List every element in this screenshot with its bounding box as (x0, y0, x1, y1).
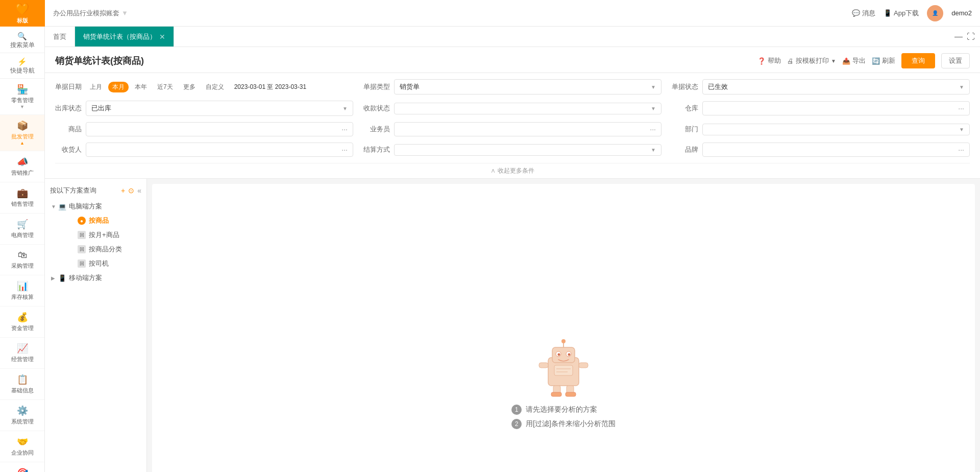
brand-label: 品牌 (672, 145, 702, 154)
warehouse-select[interactable]: ··· (702, 101, 970, 115)
tree-node-by-goods-category[interactable]: 回 按商品分类 (59, 242, 146, 256)
date-tag-this-year[interactable]: 本年 (131, 82, 151, 92)
doc-status-arrow-icon: ▼ (959, 84, 964, 90)
salesperson-dots-icon[interactable]: ··· (650, 125, 656, 133)
sidebar-quicknav-item[interactable]: ⚡ 快捷导航 (0, 53, 44, 79)
out-status-label: 出库状态 (55, 104, 86, 113)
out-status-select[interactable]: 已出库 ▼ (86, 101, 353, 116)
settings-btn[interactable]: 设置 (941, 53, 970, 68)
doc-type-label: 单据类型 (363, 82, 394, 91)
tree-node-mobile[interactable]: ▶ 📱 移动端方案 (45, 271, 146, 285)
settlement-label: 结算方式 (363, 145, 394, 154)
sidebar-item-marketing[interactable]: 📣 营销推广 (0, 151, 44, 182)
marketing-icon: 📣 (17, 156, 28, 168)
brand-select[interactable]: ··· (702, 143, 970, 157)
operations-icon: 📈 (17, 343, 28, 354)
svg-rect-13 (551, 392, 561, 396)
tree-node-by-goods[interactable]: ● 按商品 (59, 214, 146, 228)
sidebar-item-operations[interactable]: 📈 经营管理 (0, 338, 44, 369)
query-btn[interactable]: 查询 (901, 53, 935, 68)
receipt-status-label: 收款状态 (363, 104, 394, 113)
sidebar-item-finance[interactable]: 💰 资金管理 (0, 306, 44, 338)
date-tag-last-7days[interactable]: 近7天 (153, 82, 177, 92)
sidebar-logo[interactable]: 🧡 标版 (0, 0, 45, 27)
doc-type-arrow-icon: ▼ (651, 84, 656, 90)
add-scheme-icon[interactable]: + (121, 186, 125, 195)
mobile-scheme-label: 移动端方案 (69, 273, 102, 282)
tab-close-icon[interactable]: ✕ (159, 33, 165, 41)
ecommerce-icon: 🛒 (17, 219, 28, 230)
goods-label: 商品 (55, 125, 86, 134)
date-tag-custom[interactable]: 自定义 (202, 82, 228, 92)
header-right: 💬 消息 📱 App下载 👤 demo2 (852, 5, 972, 21)
goods-dots-icon[interactable]: ··· (341, 125, 348, 133)
mobile-scheme-icon: 📱 (58, 274, 66, 282)
page-title: 销货单统计表(按商品) (55, 55, 144, 67)
doc-status-label: 单据状态 (672, 82, 702, 91)
messages-btn[interactable]: 💬 消息 (852, 9, 875, 18)
user-avatar[interactable]: 👤 (927, 5, 943, 21)
salesperson-select[interactable]: ··· (394, 122, 662, 136)
sidebar-item-purchase[interactable]: 🛍 采购管理 (0, 245, 44, 275)
purchase-icon: 🛍 (18, 250, 27, 261)
out-status-value: 已出库 (91, 104, 340, 113)
receipt-status-select[interactable]: ▼ (394, 103, 662, 114)
date-range-value: 2023-03-01 至 2023-03-31 (234, 83, 306, 91)
help-btn[interactable]: ❓ 帮助 (757, 56, 781, 65)
tree-node-by-month-goods[interactable]: 回 按月+商品 (59, 228, 146, 242)
svg-point-3 (561, 339, 566, 343)
inventory-icon: 📊 (17, 280, 28, 292)
sidebar-item-wholesale[interactable]: 📦 批发管理 ▲ (0, 115, 44, 151)
tab-right-icons: — ⛶ (949, 27, 980, 46)
tree-node-pc[interactable]: ▼ 💻 电脑端方案 (45, 199, 146, 214)
tab-sales-stat[interactable]: 销货单统计表（按商品） ✕ (75, 27, 174, 46)
collapse-panel-icon[interactable]: « (137, 186, 141, 195)
brand-dots-icon[interactable]: ··· (958, 146, 964, 154)
template-print-btn[interactable]: 🖨 按模板打印 ▼ (787, 56, 836, 65)
department-arrow-icon: ▼ (959, 127, 964, 132)
date-tag-last-month[interactable]: 上月 (86, 82, 106, 92)
collapse-btn[interactable]: ∧ 收起更多条件 (55, 163, 970, 178)
export-btn[interactable]: 📤 导出 (842, 56, 866, 65)
app-download-btn[interactable]: 📱 App下载 (884, 9, 919, 18)
hint-2-text: 用[过滤]条件来缩小分析范围 (526, 419, 616, 429)
empty-illustration (533, 337, 594, 398)
sidebar-item-sys-mgmt[interactable]: ⚙️ 系统管理 (0, 400, 44, 431)
export-icon: 📤 (842, 57, 850, 65)
pc-scheme-icon: 💻 (58, 203, 66, 210)
receiver-dots-icon[interactable]: ··· (341, 146, 348, 154)
doc-status-select[interactable]: 已生效 ▼ (702, 79, 970, 95)
top-header: 办公用品行业模拟账套 ▼ 💬 消息 📱 App下载 👤 demo2 (45, 0, 980, 27)
settings-scheme-icon[interactable]: ⊙ (128, 186, 134, 195)
doc-type-select[interactable]: 销货单 ▼ (394, 79, 662, 95)
tab-maximize-icon[interactable]: ⛶ (967, 32, 975, 41)
date-filter-label: 单据日期 (55, 82, 86, 91)
sidebar-item-sales-mgmt[interactable]: 💼 销售管理 (0, 182, 44, 214)
tab-minimize-icon[interactable]: — (954, 32, 963, 41)
sidebar-search-item[interactable]: 🔍 搜索菜单 (0, 27, 44, 53)
tree-child-pc: ● 按商品 回 按月+商品 回 按商品分类 回 按司机 (45, 214, 146, 271)
goods-select[interactable]: ··· (86, 122, 353, 136)
refresh-btn[interactable]: 🔄 刷新 (872, 56, 895, 65)
sidebar-item-ecommerce[interactable]: 🛒 电商管理 (0, 214, 44, 245)
settlement-select[interactable]: ▼ (394, 144, 662, 156)
sidebar-item-enterprise[interactable]: 🤝 企业协同 (0, 431, 44, 462)
sys-icon: ⚙️ (17, 405, 28, 416)
breadcrumb: 办公用品行业模拟账套 ▼ (53, 9, 128, 18)
receiver-select[interactable]: ··· (86, 143, 353, 157)
sidebar-item-inventory[interactable]: 📊 库存核算 (0, 275, 44, 306)
download-icon: 📱 (884, 9, 892, 17)
by-goods-category-label: 按商品分类 (89, 245, 122, 254)
breadcrumb-arrow: ▼ (121, 9, 128, 17)
tab-sales-label: 销货单统计表（按商品） (83, 32, 156, 41)
warehouse-dots-icon[interactable]: ··· (958, 104, 964, 112)
tree-node-by-cashier[interactable]: 回 按司机 (59, 256, 146, 271)
sidebar-item-basic-info[interactable]: 📋 基础信息 (0, 369, 44, 400)
quicknav-label: 快捷导航 (0, 66, 44, 75)
department-select[interactable]: ▼ (702, 124, 970, 135)
date-tag-this-month[interactable]: 本月 (108, 82, 129, 92)
tab-home[interactable]: 首页 (45, 27, 75, 46)
sidebar-item-guide[interactable]: 🎯 新手引导 (0, 462, 44, 472)
date-tag-more[interactable]: 更多 (179, 82, 200, 92)
sidebar-item-retail[interactable]: 🏪 零售管理 ▼ (0, 79, 44, 115)
